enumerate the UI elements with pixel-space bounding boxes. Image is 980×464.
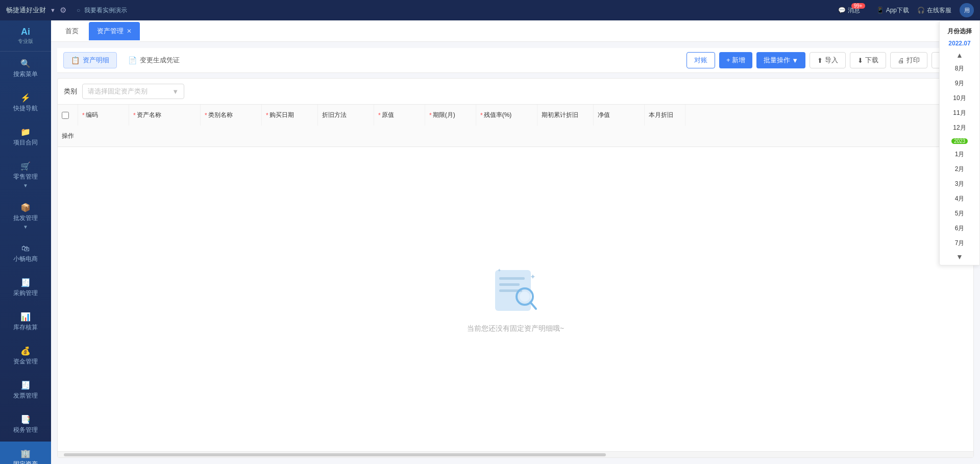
table-header: * 编码 * 资产名称 * 类别名称 * 购买日 [58, 105, 973, 147]
category-filter-select[interactable]: 请选择固定资产类别 ▼ [82, 84, 184, 99]
sidebar-item-ecommerce[interactable]: 🛍 小畅电商 [0, 237, 51, 271]
filter-arrow-icon: ▼ [172, 88, 179, 95]
page-main-content: 📋 资产明细 📄 变更生成凭证 对账 + 新增 批量操作 ▼ [51, 42, 980, 464]
sidebar-logo: Ai 专业版 [0, 20, 51, 52]
tab-close-btn[interactable]: ✕ [127, 28, 132, 35]
sidebar-label-quicknav: 快捷导航 [13, 104, 38, 113]
th-code: * 编码 [78, 105, 129, 126]
empty-illustration: ✦ ✦ [485, 265, 546, 316]
download-label: 下载 [865, 56, 878, 65]
th-name: * 资产名称 [129, 105, 201, 126]
filter-bar: 类别 请选择固定资产类别 ▼ [58, 79, 973, 105]
month-3[interactable]: 3月 [940, 177, 979, 191]
sidebar-item-tax[interactable]: 📑 税务管理 [0, 407, 51, 442]
import-label: 导入 [825, 56, 838, 65]
app-download-label: App下载 [886, 6, 909, 15]
month-9[interactable]: 9月 [940, 76, 979, 91]
batch-btn[interactable]: 批量操作 ▼ [756, 52, 805, 68]
month-8[interactable]: 8月 [940, 61, 979, 76]
user-avatar[interactable]: 用 [960, 3, 974, 17]
sidebar-label-retail: 零售管理 [13, 173, 38, 181]
sidebar-item-fixed-assets[interactable]: 🏢 固定资产 [0, 442, 51, 464]
month-picker-down-btn[interactable]: ▼ [954, 252, 965, 262]
month-11[interactable]: 11月 [940, 106, 979, 120]
import-btn[interactable]: ⬆ 导入 [810, 52, 846, 68]
select-all-checkbox[interactable] [62, 112, 69, 119]
sidebar-label-project: 项目合同 [13, 138, 38, 147]
tab-asset-management[interactable]: 资产管理 ✕ [89, 22, 140, 40]
print-btn[interactable]: 🖨 打印 [890, 52, 927, 68]
th-period: * 期限(月) [425, 105, 476, 126]
fixed-assets-icon: 🏢 [20, 449, 31, 458]
month-6[interactable]: 6月 [940, 221, 979, 236]
th-net-value: 净值 [594, 105, 645, 126]
sidebar-label-invoice: 发票管理 [13, 392, 38, 400]
th-category: * 类别名称 [201, 105, 262, 126]
main-layout: Ai 专业版 🔍 搜索菜单 ⚡ 快捷导航 📁 项目合同 🛒 零售管理 ▼ [0, 20, 980, 464]
th-code-label: 编码 [86, 111, 98, 119]
message-btn[interactable]: 💬 消息 99+ [838, 6, 860, 15]
detail-tab-icon: 📋 [71, 56, 80, 64]
month-5[interactable]: 5月 [940, 206, 979, 221]
sidebar-item-inventory[interactable]: 📊 库存核算 [0, 305, 51, 339]
reconcile-btn[interactable]: 对账 [687, 52, 715, 68]
download-icon: ⬇ [857, 57, 863, 64]
tab-home[interactable]: 首页 [57, 22, 87, 40]
tax-icon: 📑 [20, 414, 31, 424]
download-btn[interactable]: ⬇ 下载 [850, 52, 886, 68]
action-bar: 📋 资产明细 📄 变更生成凭证 对账 + 新增 批量操作 ▼ [57, 48, 974, 73]
sidebar-item-search[interactable]: 🔍 搜索菜单 [0, 52, 51, 86]
month-4[interactable]: 4月 [940, 191, 979, 206]
demo-label[interactable]: 我要看实例演示 [84, 6, 127, 15]
svg-line-6 [530, 302, 536, 309]
th-original-value: * 原值 [374, 105, 425, 126]
demo-icon: ○ [77, 7, 80, 14]
company-name: 畅捷通好业财 [6, 6, 46, 15]
online-service-btn[interactable]: 🎧 在线客服 [917, 6, 951, 15]
th-name-required: * [133, 112, 136, 119]
headset-icon: 🎧 [917, 7, 925, 14]
message-badge: 99+ [851, 3, 865, 9]
sidebar-item-finance[interactable]: 💰 资金管理 [0, 339, 51, 373]
filter-label: 类别 [64, 87, 77, 96]
sidebar-item-project[interactable]: 📁 项目合同 [0, 120, 51, 154]
add-btn[interactable]: + 新增 [719, 52, 752, 68]
sidebar-label-wholesale: 批发管理 [13, 214, 38, 223]
retail-icon: 🛒 [20, 161, 31, 171]
sidebar-item-quicknav[interactable]: ⚡ 快捷导航 [0, 86, 51, 120]
print-icon: 🖨 [898, 57, 904, 64]
month-7[interactable]: 7月 [940, 236, 979, 251]
th-operation: 操作 [58, 126, 78, 146]
company-dropdown[interactable]: ▼ [50, 7, 56, 13]
app-download-btn[interactable]: 📱 App下载 [876, 6, 909, 15]
header-right: 💬 消息 99+ 📱 App下载 🎧 在线客服 用 [838, 3, 974, 17]
batch-arrow-icon: ▼ [792, 57, 798, 64]
sidebar-item-purchase[interactable]: 🧾 采购管理 [0, 271, 51, 305]
th-period-required: * [429, 112, 432, 119]
month-12[interactable]: 12月 [940, 120, 979, 135]
sub-tab-voucher[interactable]: 📄 变更生成凭证 [121, 53, 187, 68]
svg-point-5 [520, 291, 530, 302]
month-2[interactable]: 2月 [940, 162, 979, 177]
empty-text: 当前您还没有固定资产明细哦~ [467, 324, 564, 333]
year-2023-marker[interactable]: 2023 [940, 135, 979, 147]
sidebar-label-purchase: 采购管理 [13, 289, 38, 298]
th-period-label: 期限(月) [433, 111, 455, 119]
svg-rect-2 [499, 283, 520, 286]
sidebar-label-inventory: 库存核算 [13, 323, 38, 332]
month-picker-panel: 月份选择 2022.07 ▲ 8月 9月 10月 11月 12月 2023 [939, 20, 980, 265]
month-1[interactable]: 1月 [940, 147, 979, 162]
th-checkbox [58, 105, 78, 126]
month-picker-up-btn[interactable]: ▲ [954, 50, 965, 60]
sidebar: Ai 专业版 🔍 搜索菜单 ⚡ 快捷导航 📁 项目合同 🛒 零售管理 ▼ [0, 20, 51, 464]
online-service-label: 在线客服 [927, 6, 951, 15]
sidebar-item-retail[interactable]: 🛒 零售管理 ▼ [0, 154, 51, 196]
wholesale-arrow: ▼ [23, 224, 28, 230]
month-10[interactable]: 10月 [940, 91, 979, 106]
sidebar-item-invoice[interactable]: 🧾 发票管理 [0, 373, 51, 407]
sidebar-item-wholesale[interactable]: 📦 批发管理 ▼ [0, 196, 51, 237]
horizontal-scrollbar[interactable] [64, 453, 606, 456]
sub-tab-detail[interactable]: 📋 资产明细 [63, 52, 117, 68]
settings-icon[interactable]: ⚙ [60, 6, 66, 15]
th-category-required: * [205, 112, 207, 119]
